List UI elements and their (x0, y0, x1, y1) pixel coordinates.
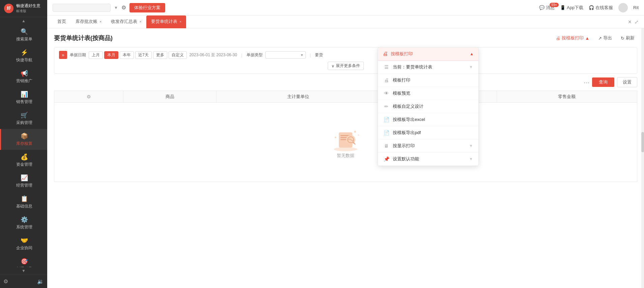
app-logo-icon: 好 (4, 4, 13, 13)
settings-btn[interactable]: 设置 (617, 77, 637, 87)
settings-footer-icon[interactable]: ⚙ (3, 278, 8, 285)
date-btn-custom[interactable]: 自定义 (169, 51, 187, 59)
date-btn-this-month[interactable]: 本月 (104, 51, 118, 59)
sidebar-item-basic[interactable]: 📋 基础信息 (0, 192, 47, 213)
sidebar-item-label: 资金管理 (16, 162, 32, 167)
print-template-btn[interactable]: 🖨 按模板打印 ▲ (553, 34, 592, 42)
tab-inventory-batch[interactable]: 库存批次账 × (71, 15, 106, 28)
sidebar-item-purchase[interactable]: 🛒 采购管理 (0, 108, 47, 129)
filter-expand-icon[interactable]: » (59, 51, 67, 59)
window-controls: ✕ ⤢ (628, 19, 639, 25)
filter-date-range: 2023-06-01 至 2023-06-30 (189, 52, 237, 58)
export-btn[interactable]: ↗ 导出 (595, 34, 615, 42)
sidebar-item-quick-nav[interactable]: ⚡ 快捷导航 (0, 45, 47, 66)
tab-collect-summary-close[interactable]: × (139, 20, 141, 24)
sidebar-item-guide[interactable]: 🎯 新手引导 (0, 254, 47, 267)
date-btn-last-month[interactable]: 上月 (89, 51, 103, 59)
query-btn[interactable]: 查询 (592, 77, 614, 87)
topbar-dropdown-arrow[interactable]: ▼ (114, 5, 118, 10)
dropdown-template-custom[interactable]: ✏ 模板自定义设计 (378, 100, 478, 113)
export-label: 导出 (603, 35, 612, 41)
scrollbar-track[interactable] (641, 28, 644, 288)
dropdown-title: 按模板打印 (391, 51, 413, 57)
window-maximize-icon[interactable]: ⤢ (635, 19, 639, 25)
table-settings-icon[interactable]: ⚙ (87, 94, 91, 99)
sidebar-item-label: 搜索菜单 (16, 36, 32, 42)
message-btn[interactable]: 💬 消息 99+ (539, 5, 555, 11)
tab-order-stats[interactable]: 要货单统计表 × (146, 15, 186, 28)
table-header-goods: 商品 (123, 91, 216, 103)
tab-inventory-batch-label: 库存批次账 (76, 19, 97, 25)
refresh-label: 刷新 (626, 35, 635, 41)
sidebar-scroll-down[interactable]: ▼ (0, 267, 47, 275)
topbar-gear-icon[interactable]: ⚙ (121, 4, 126, 11)
quick-nav-icon: ⚡ (21, 49, 28, 56)
sidebar-item-system[interactable]: ⚙️ 系统管理 (0, 213, 47, 233)
refresh-btn[interactable]: ↻ 刷新 (618, 34, 637, 42)
filter-type-select[interactable] (265, 51, 306, 59)
expand-more-btn[interactable]: ∨ 展开更多条件 (328, 62, 364, 70)
tab-inventory-batch-close[interactable]: × (99, 20, 101, 24)
current-template-icon: ☰ (383, 64, 389, 70)
date-btn-7days[interactable]: 近7天 (135, 51, 152, 59)
app-logo-text-block: 畅捷通好生意 标准版 (16, 3, 40, 13)
dropdown-template-excel[interactable]: 📄 按模板导出excel (378, 113, 478, 126)
sidebar-item-finance[interactable]: 💰 资金管理 (0, 150, 47, 171)
display-print-arrow: ▼ (469, 143, 473, 148)
sidebar-item-inventory[interactable]: 📦 库存核算 (0, 129, 47, 150)
sidebar-item-operations[interactable]: 📈 经营管理 (0, 171, 47, 192)
current-template-arrow: ▼ (469, 65, 473, 69)
sidebar-logo: 好 畅捷通好生意 标准版 (0, 0, 47, 17)
sidebar-item-search[interactable]: 🔍 搜索菜单 (0, 25, 47, 45)
dropdown-display-print[interactable]: 🖥 按显示打印 ▼ (378, 139, 478, 153)
empty-state: 暂无数据 (58, 105, 633, 179)
page-container: 要货单统计表(按商品) 🖨 按模板打印 ▲ ↗ 导出 ↻ 刷新 (47, 28, 644, 288)
tab-collect-summary[interactable]: 收发存汇总表 × (106, 15, 146, 28)
window-close-icon[interactable]: ✕ (628, 19, 632, 25)
sidebar-item-label: 库存核算 (16, 141, 32, 147)
page-title: 要货单统计表(按商品) (54, 34, 113, 42)
table-header-settings[interactable]: ⚙ (54, 91, 123, 103)
purchase-icon: 🛒 (21, 111, 28, 119)
sales-icon: 📊 (21, 91, 28, 98)
app-download-btn[interactable]: 📱 App下载 (560, 5, 583, 11)
sidebar-item-sales[interactable]: 📊 销售管理 (0, 87, 47, 108)
sidebar-item-collab[interactable]: 🤝 企业协同 (0, 233, 47, 254)
dropdown-current-template[interactable]: ☰ 当前：要货单统计表 ▼ (378, 61, 478, 74)
page-actions: 🖨 按模板打印 ▲ ↗ 导出 ↻ 刷新 (553, 34, 637, 42)
tab-home-label: 首页 (57, 19, 66, 25)
sidebar-scroll-up[interactable]: ▲ (0, 17, 47, 25)
dropdown-template-preview[interactable]: 👁 模板预览 (378, 87, 478, 100)
trial-btn[interactable]: 体验行业方案 (129, 3, 165, 12)
sidebar-nav: 🔍 搜索菜单 ⚡ 快捷导航 📢 营销推广 📊 销售管理 🛒 采购管理 📦 库存核… (0, 25, 47, 267)
print-template-icon: 🖨 (556, 36, 560, 41)
svg-rect-3 (341, 137, 347, 138)
dropdown-header-arrow[interactable]: ▲ (470, 52, 474, 56)
sidebar: 好 畅捷通好生意 标准版 ▲ 🔍 搜索菜单 ⚡ 快捷导航 📢 营销推广 📊 销售… (0, 0, 47, 288)
online-service-btn[interactable]: 🎧 在线客服 (589, 5, 613, 11)
more-actions-icon[interactable]: ··· (584, 78, 589, 86)
speaker-footer-icon[interactable]: 🔉 (37, 278, 44, 285)
refresh-icon: ↻ (621, 36, 624, 41)
dropdown-template-print[interactable]: 🖨 模板打印 (378, 74, 478, 87)
dropdown-default-func[interactable]: 📌 设置默认功能 ▼ (378, 153, 478, 166)
tab-order-stats-close[interactable]: × (179, 20, 181, 24)
dropdown-template-pdf[interactable]: 📄 按模板导出pdf (378, 126, 478, 139)
default-func-icon: 📌 (383, 156, 389, 162)
svg-point-10 (335, 137, 336, 138)
sidebar-item-label: 企业协同 (16, 245, 32, 251)
system-icon: ⚙️ (21, 216, 28, 223)
template-preview-label: 模板预览 (393, 90, 473, 96)
tab-home[interactable]: 首页 (53, 15, 71, 28)
date-btn-more[interactable]: 更多 (153, 51, 167, 59)
tabs-bar: 首页 库存批次账 × 收发存汇总表 × 要货单统计表 × ✕ ⤢ (47, 15, 644, 28)
date-btn-this-year[interactable]: 本年 (120, 51, 134, 59)
svg-point-9 (358, 134, 359, 136)
topbar-search-input[interactable] (53, 4, 111, 12)
search-icon: 🔍 (21, 28, 28, 35)
sidebar-item-marketing[interactable]: 📢 营销推广 (0, 66, 47, 87)
user-avatar[interactable] (618, 3, 628, 12)
display-print-icon: 🖥 (383, 143, 389, 149)
scrollbar-thumb[interactable] (641, 132, 644, 152)
empty-illustration (329, 126, 362, 153)
